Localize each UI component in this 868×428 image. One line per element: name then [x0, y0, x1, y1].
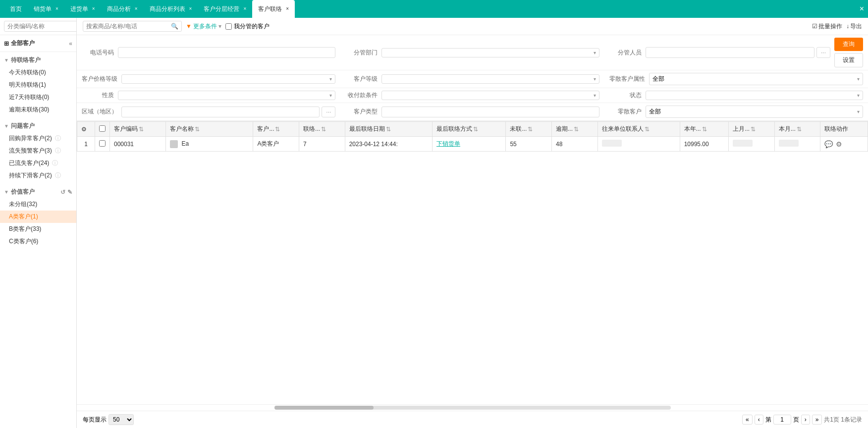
prev-page-btn[interactable]: ‹: [755, 415, 763, 425]
th-this-month[interactable]: 本月... ⇅: [774, 122, 820, 137]
customer-type-input[interactable]: [381, 107, 599, 117]
first-page-btn[interactable]: «: [742, 415, 753, 425]
sidebar-item-unclassified[interactable]: 未分组(32): [0, 198, 76, 211]
sidebar-item-overdue-contact[interactable]: 逾期未联络(30): [0, 104, 76, 116]
nav-close-all[interactable]: ×: [860, 4, 864, 13]
filter-row-2: 客户价格等级 ▾ 客户等级 ▾: [77, 70, 868, 88]
th-contact-count[interactable]: 联络... ⇅: [299, 122, 345, 137]
scatter-customer-select[interactable]: 全部 ▾: [646, 106, 863, 118]
th-name[interactable]: 客户名称 ⇅: [166, 122, 253, 137]
td-last-date: 2023-04-12 14:44:: [345, 137, 432, 152]
nav-home[interactable]: 首页: [4, 0, 28, 18]
sidebar-item-c-class[interactable]: C类客户(6): [0, 235, 76, 248]
refresh-icon[interactable]: ↺: [60, 189, 65, 196]
phone-input[interactable]: [118, 47, 335, 58]
setting-button[interactable]: 设置: [834, 53, 863, 67]
export-btn[interactable]: ↓ 导出: [846, 22, 862, 31]
nav-close-customer-tier[interactable]: ×: [243, 0, 246, 18]
th-code[interactable]: 客户编码 ⇅: [110, 122, 166, 137]
sidebar-item-tomorrow-contact[interactable]: 明天待联络(1): [0, 79, 76, 91]
nav-customer-contact[interactable]: 客户联络 ×: [252, 0, 295, 18]
nav-close-product-analysis[interactable]: ×: [135, 0, 138, 18]
scrollbar-thumb[interactable]: [274, 406, 374, 410]
sidebar-item-repurchase-abnormal[interactable]: 回购异常客户(2) ⓘ: [0, 132, 76, 145]
batch-op-btn[interactable]: ☑ 批量操作: [812, 22, 842, 31]
th-contact-person[interactable]: 往来单位联系人 ⇅: [597, 122, 680, 137]
page-size-select[interactable]: 50 10 20 100: [108, 414, 134, 425]
payment-select[interactable]: ▾: [381, 91, 599, 100]
nav-sales-order[interactable]: 销货单 ×: [28, 0, 64, 18]
nav-purchase-order[interactable]: 进货单 ×: [64, 0, 101, 18]
th-last-month[interactable]: 上月... ⇅: [729, 122, 775, 137]
sidebar-item-declining[interactable]: 持续下滑客户(2) ⓘ: [0, 169, 76, 182]
sidebar-collapse-btn[interactable]: «: [69, 40, 72, 47]
next-page-btn[interactable]: ›: [801, 415, 810, 425]
manager-input[interactable]: [646, 47, 814, 58]
price-level-select[interactable]: ▾: [121, 74, 335, 84]
th-uncontacted[interactable]: 未联... ⇅: [506, 122, 552, 137]
sidebar-item-today-contact[interactable]: 今天待联络(0): [0, 66, 76, 79]
nav-close-purchase-order[interactable]: ×: [92, 0, 95, 18]
my-customer-checkbox-wrap[interactable]: 我分管的客户: [225, 22, 270, 31]
sidebar-search-input[interactable]: [4, 21, 77, 32]
info-icon-1: ⓘ: [55, 147, 61, 155]
sidebar-item-b-class[interactable]: B类客户(33): [0, 223, 76, 235]
query-button[interactable]: 查询: [834, 38, 863, 51]
batch-op-icon: ☑: [812, 23, 817, 30]
region-input[interactable]: [121, 107, 320, 117]
settings-action-icon[interactable]: ⚙: [836, 140, 842, 148]
nature-select[interactable]: ▾: [118, 91, 335, 100]
page-input[interactable]: [773, 415, 791, 425]
horizontal-scrollbar[interactable]: [77, 404, 868, 411]
department-select[interactable]: ▾: [381, 48, 599, 57]
filter-customer-level: 客户等级 ▾: [340, 70, 604, 88]
nav-close-product-analysis-list[interactable]: ×: [189, 0, 192, 18]
sidebar-item-churned[interactable]: 已流失客户(24) ⓘ: [0, 157, 76, 169]
total-info: 共1页 1条记录: [824, 416, 862, 424]
filter-more-btn[interactable]: ▼ 更多条件 ▾: [186, 22, 221, 31]
top-actions: ☑ 批量操作 ↓ 导出: [812, 22, 862, 31]
nav-close-sales-order[interactable]: ×: [55, 0, 58, 18]
th-last-date[interactable]: 最后联络日期 ⇅: [345, 122, 432, 137]
bottom-bar: 每页显示 50 10 20 100 « ‹ 第 页 › » 共1页 1条记录: [77, 411, 868, 428]
nav-customer-tier[interactable]: 客户分层经营 ×: [198, 0, 252, 18]
sidebar-all-customers[interactable]: ⊞ 全部客户: [4, 39, 35, 48]
row-checkbox[interactable]: [99, 140, 106, 147]
customer-level-select[interactable]: ▾: [381, 74, 599, 84]
scatter-attr-select[interactable]: 全部 ▾: [649, 73, 863, 85]
last-page-btn[interactable]: »: [812, 415, 822, 425]
sidebar-pending-section: ▼ 待联络客户 今天待联络(0) 明天待联络(1) 近7天待联络(0) 逾期未联…: [0, 52, 76, 118]
my-customer-checkbox[interactable]: [225, 23, 232, 30]
sidebar-value-title[interactable]: ▼ 价值客户 ↺ ✎: [0, 186, 76, 198]
th-last-method[interactable]: 最后联络方式 ⇅: [432, 122, 505, 137]
sort-icon-level: ⇅: [275, 126, 280, 133]
search-input[interactable]: [86, 23, 171, 30]
search-icon[interactable]: 🔍: [171, 23, 178, 30]
search-input-wrap: 🔍: [83, 21, 182, 32]
last-method-link[interactable]: 下销货单: [436, 140, 460, 147]
sidebar-problem-title[interactable]: ▼ 问题客户: [0, 120, 76, 132]
th-level[interactable]: 客户... ⇅: [253, 122, 299, 137]
td-this-month: [774, 137, 820, 152]
edit-icon[interactable]: ✎: [67, 189, 72, 196]
problem-arrow-icon: ▼: [4, 123, 9, 129]
settings-icon[interactable]: ⚙: [81, 126, 87, 133]
sidebar-pending-title[interactable]: ▼ 待联络客户: [0, 54, 76, 66]
th-overdue[interactable]: 逾期... ⇅: [551, 122, 597, 137]
sort-icon-person: ⇅: [645, 126, 650, 133]
info-icon-0: ⓘ: [55, 134, 61, 143]
nav-product-analysis[interactable]: 商品分析 ×: [101, 0, 144, 18]
manager-dots-btn[interactable]: ···: [816, 47, 830, 58]
nav-product-analysis-list[interactable]: 商品分析列表 ×: [144, 0, 198, 18]
chat-action-icon[interactable]: 💬: [824, 140, 833, 148]
status-select[interactable]: ▾: [646, 91, 863, 100]
nav-close-customer-contact[interactable]: ×: [286, 0, 289, 18]
th-year-amount[interactable]: 本年... ⇅: [680, 122, 729, 137]
sidebar-item-7day-contact[interactable]: 近7天待联络(0): [0, 91, 76, 104]
sidebar-item-a-class[interactable]: A类客户(1): [0, 211, 76, 223]
sidebar-item-churn-warning[interactable]: 流失预警客户(3) ⓘ: [0, 145, 76, 157]
main-content: 🔍 ▼ 更多条件 ▾ 我分管的客户 ☑ 批量操作 ↓ 导出: [77, 18, 868, 428]
select-all-checkbox[interactable]: [99, 125, 106, 132]
region-dots-btn[interactable]: ···: [322, 107, 335, 117]
value-arrow-icon: ▼: [4, 189, 9, 195]
